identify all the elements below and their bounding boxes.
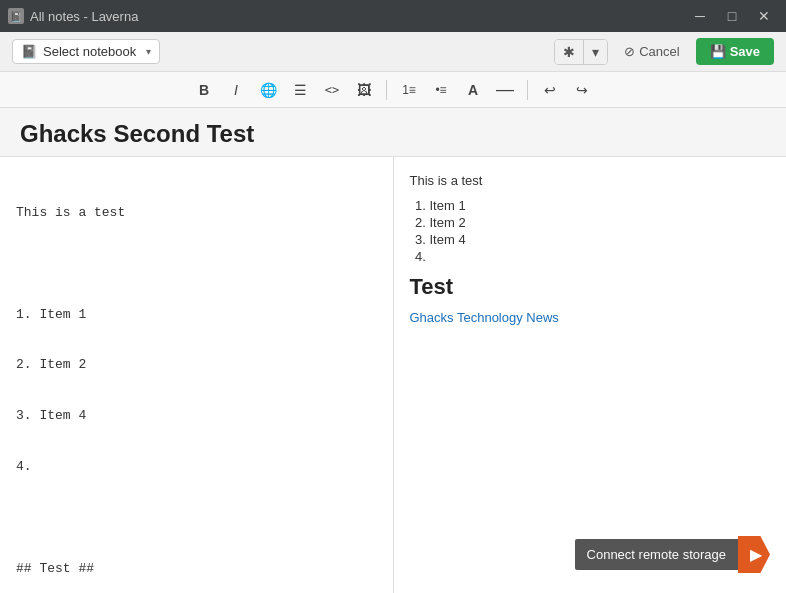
minimize-button[interactable]: ─ <box>686 4 714 28</box>
editor-pane[interactable]: This is a test 1. Item 1 2. Item 2 3. It… <box>0 157 394 593</box>
close-button[interactable]: ✕ <box>750 4 778 28</box>
preview-intro: This is a test <box>410 173 771 188</box>
connect-storage-arrow-icon: ▶ <box>738 536 770 573</box>
editor-line-blank2 <box>16 508 377 529</box>
ordered-list-button[interactable]: 1≡ <box>395 76 423 104</box>
app-icon: 📓 <box>8 8 24 24</box>
connect-storage-button[interactable]: Connect remote storage ▶ <box>575 536 770 573</box>
undo-button[interactable]: ↩ <box>536 76 564 104</box>
code-button[interactable]: <> <box>318 76 346 104</box>
content-area: This is a test 1. Item 1 2. Item 2 3. It… <box>0 157 786 593</box>
list-item-4 <box>430 249 771 264</box>
app-title: All notes - Laverna <box>30 9 138 24</box>
dropdown-arrow-icon: ▾ <box>146 46 151 57</box>
list-item: Item 4 <box>430 232 771 247</box>
redo-button[interactable]: ↪ <box>568 76 596 104</box>
format-toolbar: B I 🌐 ☰ <> 🖼 1≡ •≡ A — ↩ ↪ <box>0 72 786 108</box>
top-toolbar: 📓 Select notebook ▾ ✱ ▾ ⊘ Cancel 💾 Save <box>0 32 786 72</box>
cancel-label: Cancel <box>639 44 679 59</box>
list-item: Item 2 <box>430 215 771 230</box>
editor-line-heading: ## Test ## <box>16 559 377 580</box>
notebook-label: Select notebook <box>43 44 136 59</box>
window-controls: ─ □ ✕ <box>686 4 778 28</box>
editor-line-item1: 1. Item 1 <box>16 305 377 326</box>
app-container: 📓 Select notebook ▾ ✱ ▾ ⊘ Cancel 💾 Save … <box>0 32 786 593</box>
cancel-button[interactable]: ⊘ Cancel <box>616 40 687 63</box>
preview-heading: Test <box>410 274 771 300</box>
note-title-bar: Ghacks Second Test <box>0 108 786 157</box>
maximize-button[interactable]: □ <box>718 4 746 28</box>
note-title: Ghacks Second Test <box>20 120 766 148</box>
italic-button[interactable]: I <box>222 76 250 104</box>
connect-storage-label: Connect remote storage <box>575 539 738 570</box>
link-button[interactable]: 🌐 <box>254 76 282 104</box>
image-button[interactable]: 🖼 <box>350 76 378 104</box>
unordered-list-button[interactable]: •≡ <box>427 76 455 104</box>
separator-2 <box>527 80 528 100</box>
editor-line-blank1 <box>16 254 377 275</box>
separator-1 <box>386 80 387 100</box>
align-button[interactable]: ☰ <box>286 76 314 104</box>
hr-button[interactable]: — <box>491 76 519 104</box>
preview-list: Item 1 Item 2 Item 4 <box>410 198 771 264</box>
save-icon: 💾 <box>710 44 726 59</box>
list-item: Item 1 <box>430 198 771 213</box>
notebook-select[interactable]: 📓 Select notebook ▾ <box>12 39 160 64</box>
notebook-icon: 📓 <box>21 44 37 59</box>
preview-pane: This is a test Item 1 Item 2 Item 4 Test… <box>394 157 787 593</box>
actions-dropdown-button[interactable]: ▾ <box>584 40 607 64</box>
preview-link[interactable]: Ghacks Technology News <box>410 310 559 325</box>
actions-group: ✱ ▾ <box>554 39 608 65</box>
save-button[interactable]: 💾 Save <box>696 38 774 65</box>
actions-button[interactable]: ✱ <box>555 40 583 64</box>
toolbar-right: ✱ ▾ ⊘ Cancel 💾 Save <box>554 38 774 65</box>
titlebar: 📓 All notes - Laverna ─ □ ✕ <box>0 0 786 32</box>
editor-line-item4: 4. <box>16 457 377 478</box>
save-label: Save <box>730 44 760 59</box>
bold-button[interactable]: B <box>190 76 218 104</box>
editor-line-item2: 2. Item 2 <box>16 355 377 376</box>
editor-line-item3: 3. Item 4 <box>16 406 377 427</box>
font-button[interactable]: A <box>459 76 487 104</box>
cancel-icon: ⊘ <box>624 44 635 59</box>
editor-line-1: This is a test <box>16 203 377 224</box>
